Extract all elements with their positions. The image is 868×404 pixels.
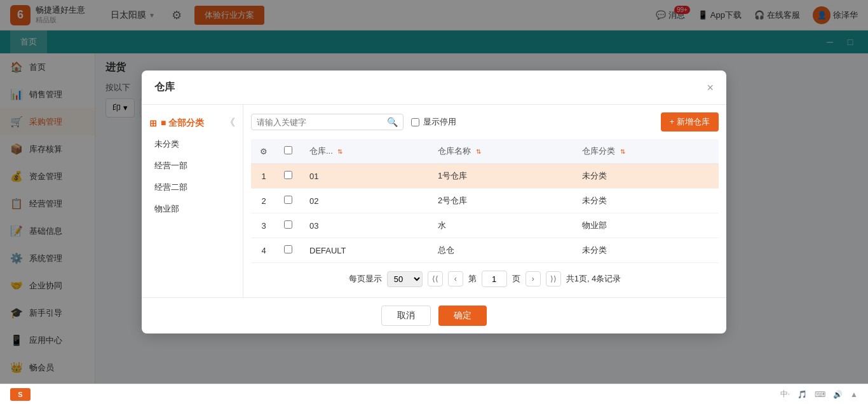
ime-label[interactable]: 中· — [780, 389, 790, 400]
category-item-ops1[interactable]: 经营一部 — [142, 155, 243, 177]
warehouse-table: ⚙ 仓库... ⇅ 仓库名称 ⇅ — [251, 139, 719, 263]
table-row[interactable]: 4 DEFAULT 总仓 未分类 — [251, 238, 719, 263]
row4-code: DEFAULT — [302, 238, 430, 263]
page-label: 页 — [512, 273, 520, 285]
first-page-button[interactable]: ⟨⟨ — [428, 271, 443, 286]
th-category[interactable]: 仓库分类 ⇅ — [574, 139, 719, 164]
show-disabled-checkbox[interactable] — [411, 118, 419, 126]
th-category-label: 仓库分类 — [582, 146, 615, 156]
grid-icon: ⊞ — [149, 118, 157, 128]
modal-title: 仓库 — [154, 81, 175, 94]
table-toolbar: 🔍 显示停用 + 新增仓库 — [251, 112, 719, 131]
row1-name: 1号仓库 — [430, 164, 574, 189]
modal-footer: 取消 确定 — [142, 297, 726, 333]
row3-category: 物业部 — [574, 213, 719, 238]
row3-checkbox[interactable] — [284, 220, 292, 229]
cancel-button[interactable]: 取消 — [381, 306, 431, 326]
select-all-checkbox[interactable] — [284, 146, 292, 154]
total-info: 共1页, 4条记录 — [566, 273, 621, 285]
search-icon: 🔍 — [387, 117, 398, 127]
modal-overlay: 仓库 × ⊞ ■ 全部分类 《 未分类 经营一部 经营二部 物业部 — [0, 0, 868, 404]
row2-name: 2号仓库 — [430, 189, 574, 213]
next-page-button[interactable]: › — [526, 271, 541, 286]
row2-category: 未分类 — [574, 189, 719, 213]
row2-code: 02 — [302, 189, 430, 213]
th-checkbox — [276, 139, 302, 164]
th-code[interactable]: 仓库... ⇅ — [302, 139, 430, 164]
pagination: 每页显示 50 10 20 100 ⟨⟨ ‹ 第 页 › ⟩⟩ 共1页, 4条记… — [251, 263, 719, 290]
collapse-icon[interactable]: 《 — [225, 116, 235, 130]
all-category-text: ■ 全部分类 — [161, 118, 204, 129]
close-icon[interactable]: × — [707, 82, 714, 93]
row3-index: 3 — [251, 213, 276, 238]
category-item-ops2[interactable]: 经营二部 — [142, 177, 243, 198]
th-gear: ⚙ — [251, 139, 276, 164]
row4-name: 总仓 — [430, 238, 574, 263]
table-panel: 🔍 显示停用 + 新增仓库 ⚙ — [243, 105, 726, 297]
row1-category: 未分类 — [574, 164, 719, 189]
row2-checkbox-cell — [276, 189, 302, 213]
keyboard-icon[interactable]: ⌨ — [815, 390, 825, 399]
current-page-input[interactable] — [482, 271, 507, 287]
sort-name-icon: ⇅ — [476, 148, 481, 155]
per-page-select[interactable]: 50 10 20 100 — [387, 271, 423, 287]
new-warehouse-button[interactable]: + 新增仓库 — [661, 112, 719, 131]
show-disabled-text: 显示停用 — [423, 116, 456, 128]
row4-checkbox-cell — [276, 238, 302, 263]
table-row[interactable]: 2 02 2号仓库 未分类 — [251, 189, 719, 213]
row4-category: 未分类 — [574, 238, 719, 263]
status-bar: S 中· 🎵 ⌨ 🔊 ▲ — [0, 384, 868, 404]
row1-index: 1 — [251, 164, 276, 189]
row4-checkbox[interactable] — [284, 245, 292, 253]
show-disabled-label[interactable]: 显示停用 — [411, 116, 456, 128]
modal-body: ⊞ ■ 全部分类 《 未分类 经营一部 经营二部 物业部 🔍 — [142, 105, 726, 297]
audio-icon[interactable]: 🎵 — [797, 390, 807, 399]
per-page-label: 每页显示 — [349, 273, 382, 285]
upload-icon[interactable]: ▲ — [850, 390, 858, 399]
row2-index: 2 — [251, 189, 276, 213]
gear-header-icon: ⚙ — [260, 147, 268, 156]
speaker-icon[interactable]: 🔊 — [833, 390, 843, 399]
status-bar-right: 中· 🎵 ⌨ 🔊 ▲ — [780, 389, 858, 400]
row3-checkbox-cell — [276, 213, 302, 238]
th-name-label: 仓库名称 — [438, 146, 471, 156]
modal-header: 仓库 × — [142, 71, 726, 105]
prev-page-button[interactable]: ‹ — [448, 271, 463, 286]
row1-code: 01 — [302, 164, 430, 189]
category-item-unclassified[interactable]: 未分类 — [142, 133, 243, 155]
th-code-label: 仓库... — [309, 146, 333, 156]
search-box: 🔍 — [251, 114, 403, 130]
row2-checkbox[interactable] — [284, 196, 292, 204]
row1-checkbox[interactable] — [284, 171, 292, 179]
category-all-label[interactable]: ⊞ ■ 全部分类 — [149, 118, 204, 129]
table-container: ⚙ 仓库... ⇅ 仓库名称 ⇅ — [251, 139, 719, 263]
category-header: ⊞ ■ 全部分类 《 — [142, 112, 243, 133]
row4-index: 4 — [251, 238, 276, 263]
page-di-label: 第 — [468, 273, 477, 285]
search-input[interactable] — [257, 118, 387, 127]
category-panel: ⊞ ■ 全部分类 《 未分类 经营一部 经营二部 物业部 — [142, 105, 243, 297]
sougou-logo: S — [10, 388, 31, 401]
table-row[interactable]: 1 01 1号仓库 未分类 — [251, 164, 719, 189]
row1-checkbox-cell — [276, 164, 302, 189]
sort-code-icon: ⇅ — [337, 148, 342, 155]
category-item-property[interactable]: 物业部 — [142, 198, 243, 220]
th-name[interactable]: 仓库名称 ⇅ — [430, 139, 574, 164]
row3-name: 水 — [430, 213, 574, 238]
last-page-button[interactable]: ⟩⟩ — [546, 271, 561, 286]
row3-code: 03 — [302, 213, 430, 238]
table-row[interactable]: 3 03 水 物业部 — [251, 213, 719, 238]
sort-category-icon: ⇅ — [620, 148, 625, 155]
warehouse-modal: 仓库 × ⊞ ■ 全部分类 《 未分类 经营一部 经营二部 物业部 — [142, 71, 726, 333]
confirm-button[interactable]: 确定 — [438, 306, 487, 326]
